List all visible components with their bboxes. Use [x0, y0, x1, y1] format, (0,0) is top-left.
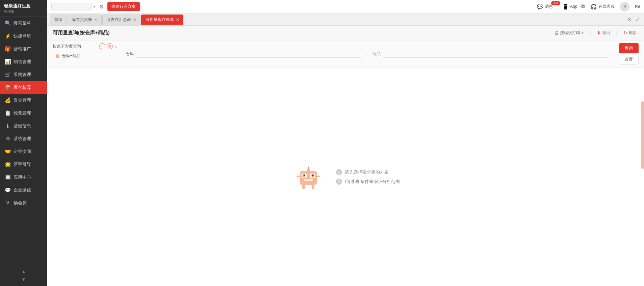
- sidebar-item-search[interactable]: 🔍 搜索菜单: [0, 17, 47, 30]
- sidebar-item-tutorial[interactable]: 🌟 新手引导: [0, 158, 47, 171]
- product-input[interactable]: [383, 50, 608, 58]
- sidebar-item-label: 基础信息: [14, 123, 31, 129]
- page-header: 可用量查询(按仓库+商品) 🖨 按模板打印 ▾ | ⬇ 导出 | ↻ 刷新: [47, 26, 644, 41]
- vip-icon: V: [5, 200, 11, 205]
- tab-batch-ledger[interactable]: 库存批次账 ✕: [68, 15, 102, 25]
- export-btn[interactable]: ⬇ 导出: [595, 29, 612, 37]
- sidebar-item-enterprise-wechat[interactable]: 💬 企业微信: [0, 184, 47, 197]
- sidebar-item-operations[interactable]: 📋 经营管理: [0, 107, 47, 120]
- sidebar-item-enterprise-collab[interactable]: 🤝 企业协同: [0, 145, 47, 158]
- topbar-search-input[interactable]: [51, 3, 92, 10]
- scheme-icon: ⚙: [55, 53, 60, 59]
- sidebar-item-label: 企业协同: [14, 149, 31, 155]
- svg-point-12: [304, 175, 305, 176]
- online-service-label: 在线客服: [598, 4, 615, 9]
- sidebar-item-label: 采购管理: [14, 72, 31, 78]
- empty-svg: [291, 159, 325, 193]
- divider2: |: [616, 30, 617, 35]
- sidebar-bottom: ▲ ▼: [0, 265, 47, 286]
- empty-hints: 1 请先选择要分析的方案 2 用[过滤]条件来缩小分析范围: [336, 169, 400, 185]
- tab-batch-label: 库存批次账: [72, 17, 92, 23]
- collapse-scheme-btn[interactable]: «: [114, 44, 117, 49]
- sidebar-scroll-up-btn[interactable]: ▲: [0, 268, 47, 276]
- settings-button[interactable]: 设置: [619, 55, 639, 64]
- sidebar-item-label: 企业微信: [14, 187, 31, 193]
- search-icon: 🔍: [5, 20, 11, 26]
- empty-state: 1 请先选择要分析的方案 2 用[过滤]条件来缩小分析范围: [47, 68, 644, 286]
- username-label: Rit: [635, 4, 640, 9]
- tab-close-btn[interactable]: ✕: [626, 16, 633, 23]
- empty-illustration: [291, 159, 325, 194]
- tab-home[interactable]: 首页: [50, 15, 67, 25]
- sidebar-item-label: 经营管理: [14, 110, 31, 116]
- sidebar-item-app-center[interactable]: 🔲 应用中心: [0, 171, 47, 184]
- online-service-btn[interactable]: 🎧 在线客服: [591, 4, 615, 10]
- hint-text-2: 用[过滤]条件来缩小分析范围: [345, 179, 400, 185]
- tabs-right-controls: ✕ ⤢: [626, 16, 641, 23]
- filter-product: 商品 ···: [372, 50, 614, 58]
- query-section-title: 按以下方案查询: [53, 44, 81, 49]
- purchase-icon: 🛒: [5, 72, 11, 78]
- wechat-icon: 💬: [5, 187, 11, 193]
- main-area: ▾ ⚙ 体验行业方案 💬 消息 99+ 📱 App下载 🎧 在线客服 R Rit: [47, 0, 644, 286]
- page-title: 可用量查询(按仓库+商品): [53, 30, 110, 36]
- app-version: 标准版: [4, 9, 43, 14]
- sidebar-item-purchase[interactable]: 🛒 采购管理: [0, 68, 47, 81]
- sidebar-item-finance[interactable]: 💰 资金管理: [0, 94, 47, 107]
- topbar-search: ▾: [51, 3, 96, 10]
- app-download-btn[interactable]: 📱 App下载: [562, 4, 585, 10]
- hint-item-2: 2 用[过滤]条件来缩小分析范围: [336, 179, 400, 185]
- sidebar-item-label: 畅会员: [14, 200, 27, 206]
- sidebar-item-marketing[interactable]: 🎁 营销推广: [0, 43, 47, 55]
- sidebar-scroll-down-btn[interactable]: ▼: [0, 276, 47, 283]
- message-badge: 99+: [551, 1, 560, 5]
- sidebar-item-label: 营销推广: [14, 46, 31, 52]
- tabs-bar: 首页 库存批次账 ✕ 收发存汇总表 ✕ 可用量库存账本 ✕ ✕ ⤢: [47, 14, 644, 26]
- warehouse-more-icon[interactable]: ···: [363, 51, 367, 56]
- svg-rect-0: [300, 171, 317, 185]
- sidebar-item-label: 新手引导: [14, 161, 31, 167]
- industry-solution-btn[interactable]: 体验行业方案: [107, 2, 140, 11]
- query-schemes-panel: 按以下方案查询 + ⚙ « ⚙ 仓库+商品: [53, 43, 120, 60]
- settings-scheme-btn[interactable]: ⚙: [107, 43, 113, 49]
- content-area: 可用量查询(按仓库+商品) 🖨 按模板打印 ▾ | ⬇ 导出 | ↻ 刷新: [47, 26, 644, 286]
- query-button[interactable]: 查询: [619, 43, 639, 53]
- sidebar-item-inventory[interactable]: 📦 库存核算: [0, 81, 47, 94]
- filter-warehouse: 仓库 ···: [126, 50, 367, 58]
- operations-icon: 📋: [5, 110, 11, 116]
- collab-icon: 🤝: [5, 149, 11, 155]
- scheme-name: 仓库+商品: [62, 53, 80, 59]
- print-icon: 🖨: [554, 30, 559, 35]
- export-icon: ⬇: [597, 30, 601, 35]
- query-left-actions: + ⚙ «: [99, 43, 117, 49]
- print-dropdown-icon[interactable]: ▾: [582, 31, 584, 35]
- refresh-btn[interactable]: ↻ 刷新: [621, 29, 639, 37]
- export-label: 导出: [602, 30, 610, 36]
- sidebar-item-system[interactable]: ⚙ 系统管理: [0, 132, 47, 145]
- right-scrollbar[interactable]: [641, 101, 644, 169]
- sidebar-item-sales[interactable]: 📊 销售管理: [0, 55, 47, 68]
- tab-batch-close-icon[interactable]: ✕: [94, 18, 97, 22]
- tab-maximize-btn[interactable]: ⤢: [634, 16, 641, 23]
- tab-available-qty[interactable]: 可用量库存账本 ✕: [141, 15, 183, 25]
- tab-summary-close-icon[interactable]: ✕: [133, 18, 136, 22]
- hint-text-1: 请先选择要分析的方案: [345, 169, 389, 175]
- topbar-gear-icon[interactable]: ⚙: [98, 3, 105, 11]
- app-name: 畅康通好生意: [4, 3, 43, 9]
- tab-available-qty-close-icon[interactable]: ✕: [176, 18, 179, 22]
- tab-summary[interactable]: 收发存汇总表 ✕: [102, 15, 140, 25]
- add-scheme-btn[interactable]: +: [99, 43, 105, 49]
- print-btn[interactable]: 🖨 按模板打印 ▾: [552, 29, 586, 37]
- tutorial-icon: 🌟: [5, 161, 11, 167]
- message-icon: 💬: [537, 4, 543, 10]
- sidebar-item-label: 快捷导航: [14, 33, 31, 39]
- product-more-icon[interactable]: ···: [610, 51, 614, 56]
- sidebar-item-vip[interactable]: V 畅会员: [0, 197, 47, 209]
- page-header-actions: 🖨 按模板打印 ▾ | ⬇ 导出 | ↻ 刷新: [552, 29, 639, 37]
- dropdown-icon[interactable]: ▾: [93, 4, 96, 9]
- message-btn[interactable]: 💬 消息 99+: [537, 4, 557, 10]
- sidebar-item-base-info[interactable]: ℹ 基础信息: [0, 120, 47, 132]
- sidebar-item-nav[interactable]: ⚡ 快捷导航: [0, 30, 47, 43]
- scheme-item-warehouse-product[interactable]: ⚙ 仓库+商品: [53, 51, 117, 60]
- warehouse-input[interactable]: [136, 50, 361, 58]
